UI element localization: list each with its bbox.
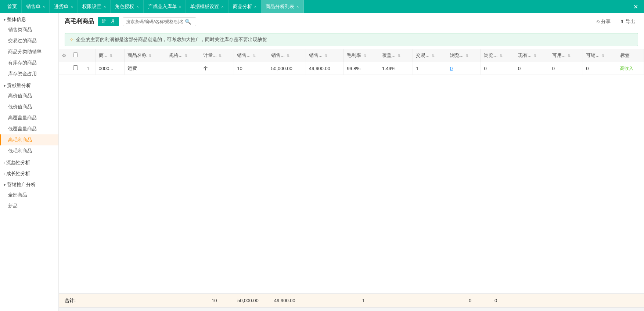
close-permission-tab[interactable]: × [104, 4, 106, 9]
th-settings: ⚙ [59, 49, 70, 62]
sidebar-item-sales-goods[interactable]: 销售类商品 [0, 24, 58, 35]
th-stock-avail: 现有... ⇅ [515, 49, 549, 62]
sidebar-item-high-margin[interactable]: 高毛利商品 [0, 134, 58, 145]
nav-tab-template[interactable]: 单据模板设置 × [186, 0, 228, 13]
sort-salesamt-icon[interactable]: ⇅ [287, 54, 289, 58]
th-name: 商品名称 ⇅ [124, 49, 166, 62]
td-browse1: 0 [447, 62, 481, 75]
th-gross-rate: 毛利率 ⇅ [344, 49, 379, 62]
td-sales-amount: 50,000.00 [268, 62, 306, 75]
th-sales-amount: 销售... ⇅ [268, 49, 306, 62]
sort-browse1-icon[interactable]: ⇅ [465, 54, 468, 58]
page-title: 高毛利商品 [65, 18, 94, 25]
share-button[interactable]: ⎋ 分享 [594, 17, 614, 26]
sort-sellable-icon[interactable]: ⇅ [601, 54, 604, 58]
td-usable: 0 [549, 62, 583, 75]
td-spec [166, 62, 200, 75]
th-browse2: 浏览... ⇅ [481, 49, 515, 62]
top-nav: 首页 销售单 × 进货单 × 权限设置 × 角色授权 × 产成品入库单 × 单据… [0, 0, 644, 13]
sidebar-item-low-cover[interactable]: 低覆盖量商品 [0, 123, 58, 134]
nav-tab-home[interactable]: 首页 [3, 0, 22, 13]
close-purchase-tab[interactable]: × [71, 4, 73, 9]
td-num: 1 [81, 62, 96, 75]
sort-name-icon[interactable]: ⇅ [148, 54, 151, 58]
sort-grossrate-icon[interactable]: ⇅ [363, 54, 366, 58]
td-code: 0000... [96, 62, 124, 75]
sort-salesprofit-icon[interactable]: ⇅ [324, 54, 327, 58]
sort-spec-icon[interactable]: ⇅ [184, 54, 187, 58]
content-area: 高毛利商品 近一月 🔍 ⎋ 分享 ⬆ 导出 ✧ 企业的主要的利润都是这部分商品创… [59, 13, 644, 311]
footer-label: 合计: [65, 297, 94, 304]
close-role-tab[interactable]: × [136, 4, 138, 9]
filter-recent-month[interactable]: 近一月 [98, 17, 119, 26]
close-analysis-tab[interactable]: × [254, 4, 256, 9]
main-area: 《 ▾ 整体信息 销售类商品 交易过的商品 商品分类助销率 有库存的商品 库存资… [0, 13, 644, 311]
sidebar-group-overall[interactable]: ▾ 整体信息 [0, 13, 58, 24]
footer-sales-profit: 49,900.00 [274, 298, 311, 303]
close-sales-tab[interactable]: × [43, 4, 45, 9]
td-browse2: 0 [481, 62, 515, 75]
td-sellable: 0 [583, 62, 617, 75]
sort-unit-icon[interactable]: ⇅ [219, 54, 222, 58]
th-unit: 计量... ⇅ [200, 49, 234, 62]
row-checkbox[interactable] [73, 65, 78, 70]
sort-coverrate-icon[interactable]: ⇅ [397, 54, 400, 58]
search-input[interactable] [126, 19, 185, 24]
share-icon: ⎋ [597, 19, 600, 24]
td-gross-rate: 99.8% [344, 62, 379, 75]
sidebar-item-traded-goods[interactable]: 交易过的商品 [0, 35, 58, 46]
nav-tab-role[interactable]: 角色授权 × [111, 0, 143, 13]
td-unit: 个 [200, 62, 234, 75]
nav-tab-analysis-list[interactable]: 商品分析列表 × [261, 0, 303, 13]
sidebar-item-category-rate[interactable]: 商品分类助销率 [0, 46, 58, 57]
sort-trade-icon[interactable]: ⇅ [432, 54, 435, 58]
close-all-tabs[interactable]: ✕ [630, 3, 641, 10]
th-code: 商... ⇅ [96, 49, 124, 62]
sidebar-item-low-value[interactable]: 低价值商品 [0, 101, 58, 112]
close-template-tab[interactable]: × [221, 4, 223, 9]
footer-sales-qty: 10 [212, 298, 237, 303]
info-icon: ✧ [69, 37, 74, 43]
td-checkbox [70, 62, 81, 75]
td-sales-qty: 10 [234, 62, 268, 75]
sidebar-item-all-goods[interactable]: 全部商品 [0, 189, 58, 200]
sort-salesqty-icon[interactable]: ⇅ [253, 54, 256, 58]
sidebar-group-contribution[interactable]: ▾ 贡献量分析 [0, 79, 58, 90]
select-all-checkbox[interactable] [73, 53, 78, 57]
sidebar-group-marketing[interactable]: ▾ 营销推广分析 [0, 178, 58, 189]
search-icon[interactable]: 🔍 [185, 19, 191, 25]
sidebar-item-low-margin[interactable]: 低毛利商品 [0, 145, 58, 156]
footer-sellable: 0 [494, 298, 520, 303]
arrow-marketing: ▾ [4, 183, 6, 187]
nav-tab-inbound[interactable]: 产成品入库单 × [144, 0, 186, 13]
browse1-link[interactable]: 0 [450, 66, 453, 71]
nav-tab-purchase[interactable]: 进货单 × [50, 0, 78, 13]
nav-tab-permission[interactable]: 权限设置 × [78, 0, 111, 13]
export-button[interactable]: ⬆ 导出 [617, 17, 638, 26]
sidebar-item-high-value[interactable]: 高价值商品 [0, 90, 58, 101]
nav-tab-analysis[interactable]: 商品分析 × [229, 0, 261, 13]
sidebar-item-high-cover[interactable]: 高覆盖量商品 [0, 112, 58, 123]
table-header-row: ⚙ 商... ⇅ 商品名称 ⇅ [59, 49, 644, 62]
sidebar-group-trend[interactable]: › 流趋性分析 [0, 156, 58, 167]
sidebar-item-new-goods[interactable]: 新品 [0, 200, 58, 211]
close-analysis-list-tab[interactable]: × [296, 4, 299, 9]
sidebar-item-in-stock[interactable]: 有库存的商品 [0, 57, 58, 68]
th-sellable: 可销... ⇅ [583, 49, 617, 62]
nav-tab-sales[interactable]: 销售单 × [22, 0, 50, 13]
bottom-scrollbar[interactable] [59, 307, 644, 311]
sidebar-item-stock-fund[interactable]: 库存资金占用 [0, 68, 58, 79]
th-sales-profit: 销售... ⇅ [306, 49, 344, 62]
sort-stockavail-icon[interactable]: ⇅ [533, 54, 536, 58]
th-sales-qty: 销售... ⇅ [234, 49, 268, 62]
sort-browse2-icon[interactable]: ⇅ [500, 54, 503, 58]
th-usable: 可用... ⇅ [549, 49, 583, 62]
sidebar-group-growth[interactable]: › 成长性分析 [0, 167, 58, 178]
data-table: ⚙ 商... ⇅ 商品名称 ⇅ [59, 49, 644, 75]
close-inbound-tab[interactable]: × [179, 4, 181, 9]
settings-icon[interactable]: ⚙ [62, 53, 66, 58]
sort-usable-icon[interactable]: ⇅ [568, 54, 571, 58]
arrow-contribution: ▾ [4, 84, 6, 88]
td-trade: 1 [413, 62, 447, 75]
sort-code-icon[interactable]: ⇅ [109, 54, 112, 58]
